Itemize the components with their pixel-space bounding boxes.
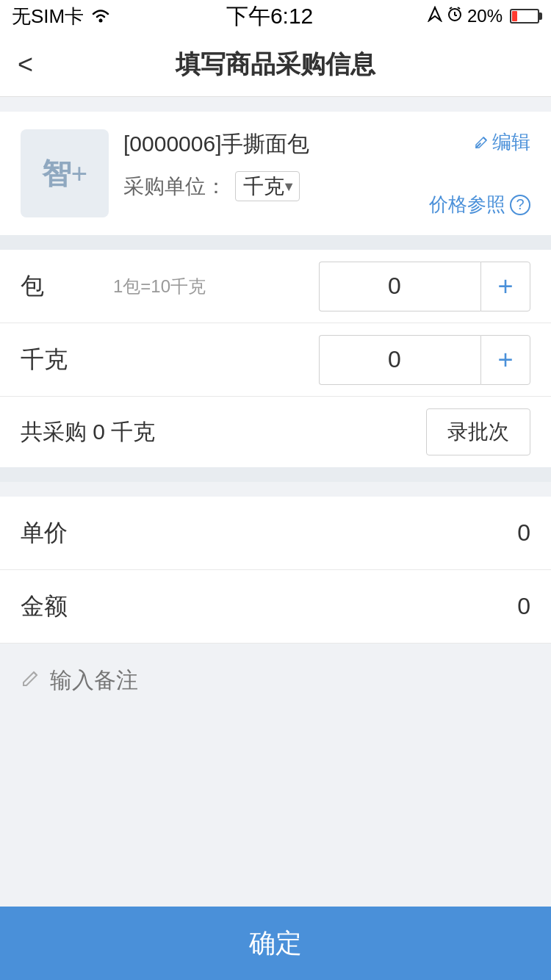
wifi-icon — [90, 5, 112, 28]
carrier-text: 无SIM卡 — [12, 4, 84, 29]
status-right: 20% — [428, 6, 539, 26]
pencil-icon — [21, 668, 41, 693]
confirm-button[interactable]: 确定 — [0, 907, 551, 980]
battery-icon — [510, 9, 539, 24]
product-info: [0000006]手撕面包 采购单位： 千克 — [123, 129, 530, 201]
svg-line-6 — [458, 7, 460, 9]
kg-row: 千克 + — [0, 323, 551, 397]
amount-label: 金额 — [21, 591, 68, 623]
page-title: 填写商品采购信息 — [176, 48, 375, 82]
unit-label: 采购单位： — [123, 173, 226, 201]
product-card: 智+ [0000006]手撕面包 采购单位： 千克 编辑 价格参照 — [0, 112, 551, 235]
svg-marker-1 — [429, 7, 441, 21]
product-logo: 智+ — [42, 154, 88, 194]
unit-price-label: 单价 — [21, 517, 68, 550]
summary-text: 共采购 0 千克 — [21, 417, 155, 447]
kg-quantity-input[interactable] — [319, 335, 480, 385]
svg-point-0 — [99, 18, 103, 22]
unit-price-value: 0 — [517, 519, 530, 547]
unit-select-wrapper[interactable]: 千克 — [235, 171, 300, 201]
edit-icon — [473, 134, 489, 151]
batch-button[interactable]: 录批次 — [426, 408, 530, 455]
empty-area — [0, 717, 551, 937]
bag-label: 包 — [21, 270, 109, 303]
help-icon[interactable]: ? — [510, 195, 530, 215]
bag-sub-label: 1包=10千克 — [113, 275, 206, 298]
divider-1 — [0, 235, 551, 250]
status-time: 下午6:12 — [226, 1, 313, 32]
bag-input-group: + — [319, 262, 530, 311]
divider-2 — [0, 467, 551, 482]
price-ref-label: 价格参照 — [429, 192, 505, 217]
product-name: [0000006]手撕面包 — [123, 129, 530, 159]
location-icon — [428, 6, 442, 26]
back-button[interactable]: < — [18, 49, 33, 80]
status-left: 无SIM卡 — [12, 4, 112, 29]
price-ref-button[interactable]: 价格参照 ? — [429, 192, 530, 217]
bag-quantity-input[interactable] — [319, 262, 480, 311]
summary-value: 0 — [93, 419, 111, 444]
battery-percent: 20% — [467, 6, 503, 26]
edit-button[interactable]: 编辑 — [473, 129, 530, 155]
bag-plus-button[interactable]: + — [480, 262, 530, 311]
price-section: 单价 0 金额 0 — [0, 497, 551, 644]
status-bar: 无SIM卡 下午6:12 — [0, 0, 551, 32]
product-image: 智+ — [21, 129, 109, 217]
nav-bar: < 填写商品采购信息 — [0, 32, 551, 97]
amount-value: 0 — [517, 593, 530, 620]
edit-label: 编辑 — [492, 129, 530, 155]
amount-row: 金额 0 — [0, 570, 551, 644]
kg-plus-button[interactable]: + — [480, 335, 530, 385]
input-section: 包 1包=10千克 + 千克 + — [0, 250, 551, 397]
summary-prefix: 共采购 — [21, 419, 87, 444]
kg-label: 千克 — [21, 344, 109, 376]
remark-section[interactable] — [0, 644, 551, 717]
unit-price-row: 单价 0 — [0, 497, 551, 570]
alarm-icon — [447, 6, 463, 26]
bag-row: 包 1包=10千克 + — [0, 250, 551, 323]
kg-input-group: + — [319, 335, 530, 385]
svg-line-5 — [450, 7, 452, 9]
remark-input[interactable] — [50, 668, 530, 693]
summary-unit: 千克 — [111, 419, 155, 444]
summary-row: 共采购 0 千克 录批次 — [0, 397, 551, 467]
unit-select[interactable]: 千克 — [235, 171, 300, 201]
